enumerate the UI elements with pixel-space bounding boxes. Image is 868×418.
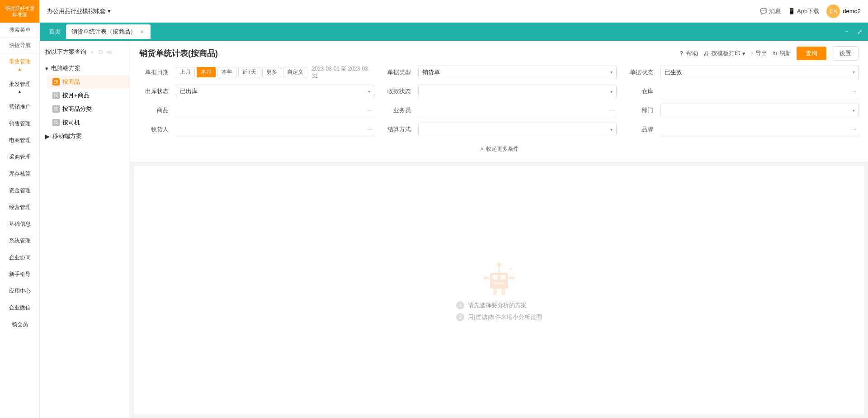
tree-expand-icon: ▾ — [45, 65, 48, 72]
sidebar-item-member[interactable]: 畅会员 — [0, 316, 39, 333]
svg-rect-9 — [501, 289, 505, 295]
tree-item-by-category[interactable]: 按 按商品分类 — [47, 102, 130, 116]
sidebar-search[interactable]: 搜索菜单 — [0, 23, 39, 38]
date-this-year-btn[interactable]: 本年 — [217, 67, 236, 77]
date-quick-btns: 上月 本月 本年 近7天 更多 自定义 — [176, 67, 307, 77]
svg-rect-6 — [483, 276, 490, 279]
consignee-label: 收货人 — [139, 125, 169, 133]
user-menu[interactable]: Ea demo2 — [826, 5, 861, 18]
page-actions: ？ 帮助 🖨 按模板打印 ▾ ↑ 导出 ↻ — [679, 46, 859, 61]
step-1-text: 请先选择要分析的方案 — [468, 301, 527, 309]
by-driver-label: 按司机 — [62, 119, 80, 127]
desktop-section-label: 电脑端方案 — [51, 64, 80, 72]
collapse-btn[interactable]: ∧ 收起更多条件 — [139, 142, 859, 157]
logo-text: 畅捷通好生意 标准版 — [5, 5, 35, 18]
export-label: 导出 — [755, 49, 767, 57]
sidebar-item-purchase[interactable]: 采购管理 — [0, 149, 39, 166]
svg-rect-1 — [492, 275, 498, 280]
tree-desktop-section[interactable]: ▾ 电脑端方案 — [40, 62, 130, 75]
payment-status-select[interactable]: ▾ — [418, 85, 617, 98]
minimize-icon[interactable]: － — [842, 26, 852, 38]
query-btn[interactable]: 查询 — [797, 47, 826, 60]
top-bar-actions: 💬 消息 📱 App下载 Ea demo2 — [760, 5, 861, 18]
sidebar-item-inventory[interactable]: 库存核算 — [0, 166, 39, 182]
tab-close-icon[interactable]: ✕ — [139, 28, 145, 35]
category-icon: 按 — [52, 105, 60, 113]
finance-label: 资金管理 — [9, 187, 31, 195]
sidebar-item-cooperation[interactable]: 企业协同 — [0, 249, 39, 266]
sidebar-item-appcenter[interactable]: 应用中心 — [0, 283, 39, 299]
sidebar-item-finance[interactable]: 资金管理 — [0, 182, 39, 199]
warehouse-input[interactable]: ··· — [660, 85, 859, 98]
doc-status-select[interactable]: 已生效 ▾ — [660, 66, 859, 79]
payment-status-label: 收款状态 — [382, 87, 411, 95]
sidebar-item-ecommerce[interactable]: 电商管理 — [0, 132, 39, 149]
retail-label: 零售管理 — [9, 58, 31, 66]
sidebar-item-wholesale[interactable]: 批发管理 ▲ — [0, 76, 39, 99]
help-icon: ？ — [679, 49, 684, 57]
sidebar: 畅捷通好生意 标准版 搜索菜单 快捷导航 零售管理 ▲ 批发管理 ▲ 营销推广 … — [0, 0, 40, 418]
tree-item-by-goods[interactable]: 按 按商品 — [47, 75, 130, 89]
refresh-btn[interactable]: ↻ 刷新 — [773, 49, 791, 57]
refresh-icon: ↻ — [773, 50, 778, 57]
warehouse-status-select[interactable]: 已出库 ▾ — [176, 85, 374, 98]
warehouse-status-arrow-icon: ▾ — [368, 89, 370, 94]
tab-home[interactable]: 首页 — [43, 24, 66, 39]
date-last7-btn[interactable]: 近7天 — [238, 67, 260, 77]
sidebar-item-operations[interactable]: 经营管理 — [0, 199, 39, 216]
by-goods-label: 按商品 — [62, 78, 80, 86]
warehouse-status-value: 已出库 — [180, 87, 198, 95]
maximize-icon[interactable]: ⤢ — [855, 26, 864, 37]
add-plan-icon[interactable]: ＋ — [89, 48, 95, 56]
sidebar-item-newbie[interactable]: 新手引导 — [0, 266, 39, 283]
message-btn[interactable]: 💬 消息 — [760, 7, 781, 15]
date-custom-btn[interactable]: 自定义 — [283, 67, 307, 77]
empty-step-1: 1 请先选择要分析的方案 — [456, 301, 542, 309]
filter-row-1: 单据日期 上月 本月 本年 近7天 更多 自定义 2023-03-01 至 20… — [139, 65, 859, 79]
sidebar-item-system[interactable]: 系统管理 — [0, 233, 39, 249]
goods-input[interactable]: ··· — [176, 104, 374, 117]
date-last-month-btn[interactable]: 上月 — [176, 67, 195, 77]
svg-text:✦: ✦ — [509, 266, 513, 271]
export-icon: ↑ — [751, 50, 754, 57]
doc-type-arrow-icon: ▾ — [610, 70, 613, 75]
settings-plan-icon[interactable]: ⊙ — [98, 48, 104, 56]
newbie-label: 新手引导 — [9, 271, 31, 278]
tab-active[interactable]: 销货单统计表（按商品） ✕ — [66, 24, 151, 39]
svg-rect-3 — [494, 283, 505, 285]
chevron-icon: ▲ — [18, 66, 22, 71]
help-btn[interactable]: ？ 帮助 — [679, 49, 698, 57]
settings-btn[interactable]: 设置 — [832, 46, 859, 61]
brand-input[interactable]: ··· — [660, 123, 859, 136]
collapse-panel-icon[interactable]: ≪ — [106, 48, 113, 56]
refresh-label: 刷新 — [779, 49, 791, 57]
department-select[interactable]: ▾ — [660, 104, 859, 117]
sidebar-item-base[interactable]: 基础信息 — [0, 216, 39, 233]
payment-method-arrow-icon: ▾ — [610, 127, 613, 132]
payment-method-select[interactable]: ▾ — [418, 123, 617, 136]
filter-row-2: 出库状态 已出库 ▾ 收款状态 ▾ — [139, 85, 859, 98]
salesperson-input[interactable]: ··· — [418, 104, 617, 117]
sales-label: 销售管理 — [9, 120, 31, 128]
tree-mobile-section[interactable]: ▶ 移动端方案 — [40, 129, 130, 143]
export-btn[interactable]: ↑ 导出 — [751, 49, 768, 57]
message-label: 消息 — [769, 7, 781, 15]
sidebar-item-sales[interactable]: 销售管理 — [0, 115, 39, 132]
doc-type-select[interactable]: 销货单 ▾ — [418, 66, 617, 79]
payment-method-label: 结算方式 — [382, 125, 411, 133]
doc-type-label: 单据类型 — [382, 68, 411, 76]
date-more-btn[interactable]: 更多 — [262, 67, 281, 77]
chat-icon: 💬 — [760, 8, 767, 14]
sidebar-quick-nav[interactable]: 快捷导航 — [0, 38, 39, 53]
sidebar-item-retail[interactable]: 零售管理 ▲ — [0, 53, 39, 76]
app-download-btn[interactable]: 📱 App下载 — [788, 7, 819, 15]
template-print-btn[interactable]: 🖨 按模板打印 ▾ — [703, 49, 745, 57]
tree-item-by-month-goods[interactable]: 按 按月+商品 — [47, 89, 130, 102]
date-this-month-btn[interactable]: 本月 — [197, 67, 216, 77]
sidebar-item-wechat[interactable]: 企业微信 — [0, 299, 39, 316]
industry-dropdown[interactable]: 办公用品行业模拟账套 ▾ — [47, 7, 111, 15]
consignee-input[interactable]: ··· — [176, 123, 374, 136]
tree-item-by-driver[interactable]: 按 按司机 — [47, 116, 130, 129]
step-num-2: 2 — [456, 313, 464, 321]
sidebar-item-marketing[interactable]: 营销推广 — [0, 99, 39, 115]
